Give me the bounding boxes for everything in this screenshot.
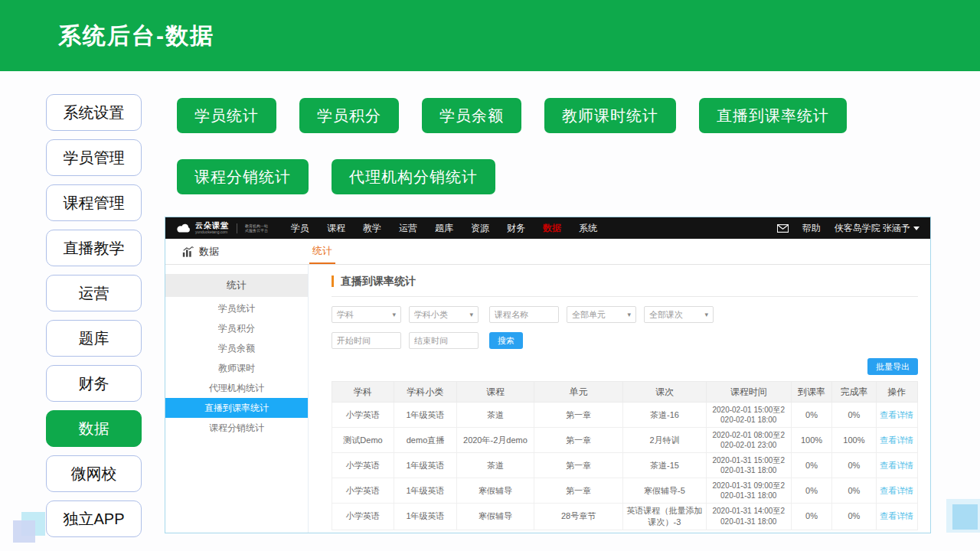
- sidebar-item-课程管理[interactable]: 课程管理: [46, 184, 142, 221]
- cell-course: 2020年-2月demo: [456, 428, 534, 453]
- top-menu-item-学员[interactable]: 学员: [291, 222, 309, 235]
- cell-attendance-rate: 0%: [791, 403, 832, 428]
- cell-unit: 28号章节: [534, 504, 622, 530]
- search-button[interactable]: 搜索: [489, 332, 523, 349]
- top-menu-item-数据[interactable]: 数据: [543, 222, 561, 235]
- side-menu-item-学员余额[interactable]: 学员余额: [165, 338, 308, 358]
- course-time-line2: 020-02-01 18:00: [709, 415, 789, 425]
- top-menu-item-教学[interactable]: 教学: [363, 222, 381, 235]
- side-menu-item-学员积分[interactable]: 学员积分: [165, 318, 308, 338]
- end-time-input[interactable]: [409, 332, 479, 349]
- top-menu-item-课程[interactable]: 课程: [327, 222, 345, 235]
- admin-body: 统计 学员统计学员积分学员余额教师课时代理机构统计直播到课率统计课程分销统计 直…: [165, 265, 930, 533]
- unit-select[interactable]: 全部单元: [567, 306, 636, 323]
- top-menu-item-资源[interactable]: 资源: [471, 222, 489, 235]
- admin-screenshot-panel: 云朵课堂 yunduoketang.com 教育机构一站 式服务云平台 学员课程…: [165, 217, 931, 533]
- sidebar-item-财务[interactable]: 财务: [46, 365, 142, 402]
- course-time-line1: 2020-01-31 14:00至2: [709, 506, 789, 517]
- help-link[interactable]: 帮助: [802, 222, 821, 235]
- quick-button[interactable]: 课程分销统计: [177, 159, 309, 194]
- start-time-input[interactable]: [332, 332, 401, 349]
- top-menu-item-运营[interactable]: 运营: [399, 222, 417, 235]
- filter-row-1: 学科 学科小类 全部单元 全部课次: [332, 306, 918, 323]
- subject-select[interactable]: 学科: [332, 306, 401, 323]
- cell-course: 寒假辅导: [456, 478, 534, 504]
- side-menu-items: 学员统计学员积分学员余额教师课时代理机构统计直播到课率统计课程分销统计: [165, 298, 308, 438]
- page-title: 系统后台-数据: [58, 20, 214, 51]
- sidebar-item-学员管理[interactable]: 学员管理: [46, 139, 142, 176]
- sidebar-item-运营[interactable]: 运营: [46, 275, 142, 311]
- course-time-line2: 020-01-31 18:00: [709, 465, 789, 476]
- column-header: 课程: [456, 382, 534, 403]
- sidebar-item-微网校[interactable]: 微网校: [46, 455, 142, 492]
- sidebar-item-数据[interactable]: 数据: [46, 410, 142, 447]
- batch-export-button[interactable]: 批量导出: [867, 358, 918, 375]
- side-menu-item-直播到课率统计[interactable]: 直播到课率统计: [165, 398, 308, 418]
- cell-completion-rate: 0%: [832, 453, 876, 478]
- column-header: 课程时间: [706, 382, 791, 403]
- course-time-line1: 2020-01-31 15:00至2: [709, 455, 789, 466]
- column-header: 学科: [332, 382, 394, 403]
- quick-button[interactable]: 学员统计: [177, 98, 276, 133]
- course-time-line1: 2020-02-01 15:00至2: [709, 405, 789, 416]
- logo: 云朵课堂 yunduoketang.com 教育机构一站 式服务云平台: [176, 222, 268, 234]
- sidebar-item-直播教学[interactable]: 直播教学: [46, 230, 142, 266]
- subcategory-select[interactable]: 学科小类: [409, 306, 479, 323]
- divider: [332, 296, 918, 297]
- cell-attendance-rate: 0%: [791, 453, 832, 478]
- cell-course-time: 2020-02-01 08:00至2020-02-01 23:00: [706, 428, 791, 453]
- side-menu-item-学员统计[interactable]: 学员统计: [165, 298, 308, 318]
- course-time-line1: 2020-01-31 09:00至2: [709, 481, 789, 491]
- cell-course-time: 2020-01-31 14:00至2020-01-31 18:00: [706, 504, 791, 530]
- cell-subcategory: 1年级英语: [394, 504, 457, 530]
- sidebar-item-独立APP[interactable]: 独立APP: [46, 500, 142, 537]
- sidebar-item-系统设置[interactable]: 系统设置: [46, 94, 142, 131]
- cell-course: 茶道: [456, 453, 534, 478]
- column-header: 完成率: [832, 382, 876, 403]
- cell-subject: 测试Demo: [332, 428, 394, 453]
- quick-button[interactable]: 学员积分: [299, 98, 399, 133]
- side-menu-item-课程分销统计[interactable]: 课程分销统计: [165, 418, 308, 438]
- quick-button[interactable]: 教师课时统计: [544, 98, 676, 133]
- cell-subcategory: 1年级英语: [394, 478, 457, 504]
- admin-topbar: 云朵课堂 yunduoketang.com 教育机构一站 式服务云平台 学员课程…: [165, 217, 930, 239]
- table-header-row: 学科学科小类课程单元课次课程时间到课率完成率操作: [332, 382, 918, 403]
- quick-buttons-row1: 学员统计学员积分学员余额教师课时统计直播到课率统计: [177, 98, 927, 133]
- tab-statistics[interactable]: 统计: [309, 239, 335, 264]
- quick-button[interactable]: 直播到课率统计: [699, 98, 847, 133]
- cell-completion-rate: 0%: [832, 504, 876, 530]
- account-menu[interactable]: 侠客岛学院 张涵予: [835, 222, 920, 235]
- table-row: 小学英语1年级英语茶道第一章茶道-152020-01-31 15:00至2020…: [332, 453, 918, 478]
- course-name-input[interactable]: [489, 306, 559, 323]
- mail-icon[interactable]: [777, 224, 789, 233]
- subnav-section: 数据: [165, 239, 219, 264]
- cell-lesson: 寒假辅导-5: [623, 478, 707, 504]
- view-details-link[interactable]: 查看详情: [880, 511, 913, 520]
- cell-attendance-rate: 0%: [791, 478, 832, 504]
- cloud-logo-icon: [176, 223, 191, 233]
- filter-row-2: 搜索: [332, 332, 918, 349]
- sidebar-item-题库[interactable]: 题库: [46, 320, 142, 357]
- quick-button[interactable]: 学员余额: [422, 98, 521, 133]
- view-details-link[interactable]: 查看详情: [880, 410, 913, 419]
- view-details-link[interactable]: 查看详情: [880, 435, 913, 445]
- stats-main: 直播到课率统计 学科 学科小类 全部单元 全部课次 搜索 批量导出: [309, 265, 930, 533]
- view-details-link[interactable]: 查看详情: [880, 461, 913, 470]
- stats-side-menu: 统计 学员统计学员积分学员余额教师课时代理机构统计直播到课率统计课程分销统计: [165, 265, 309, 533]
- view-details-link[interactable]: 查看详情: [880, 486, 913, 495]
- admin-subnav: 数据 统计: [165, 239, 930, 265]
- quick-button[interactable]: 代理机构分销统计: [332, 159, 495, 194]
- top-menu-item-系统[interactable]: 系统: [579, 222, 597, 235]
- course-time-line1: 2020-02-01 08:00至2: [709, 430, 789, 441]
- top-menu-item-财务[interactable]: 财务: [507, 222, 525, 235]
- column-header: 学科小类: [394, 382, 457, 403]
- cell-action: 查看详情: [876, 403, 917, 428]
- export-row: 批量导出: [332, 358, 918, 375]
- side-menu-item-代理机构统计[interactable]: 代理机构统计: [165, 378, 308, 398]
- cell-action: 查看详情: [876, 504, 917, 530]
- side-menu-item-教师课时[interactable]: 教师课时: [165, 358, 308, 378]
- course-time-line2: 020-02-01 23:00: [709, 440, 789, 451]
- lesson-select[interactable]: 全部课次: [644, 306, 714, 323]
- section-title: 直播到课率统计: [332, 276, 918, 287]
- top-menu-item-题库[interactable]: 题库: [435, 222, 453, 235]
